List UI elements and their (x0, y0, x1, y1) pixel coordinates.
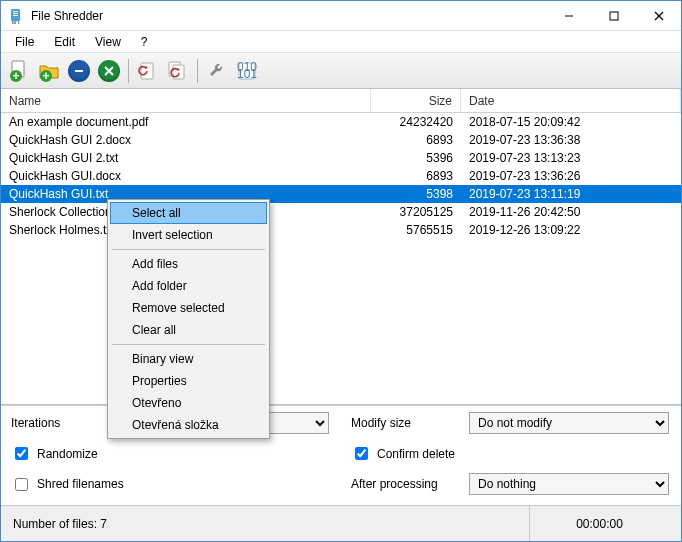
cell-size: 6893 (371, 169, 461, 183)
context-menu-item[interactable]: Properties (110, 370, 267, 392)
col-header-name[interactable]: Name (1, 89, 371, 112)
context-menu-item[interactable]: Invert selection (110, 224, 267, 246)
svg-rect-3 (13, 15, 18, 16)
app-icon (9, 8, 25, 24)
after-processing-combo[interactable]: Do nothing (469, 473, 669, 495)
cell-size: 5765515 (371, 223, 461, 237)
cell-name: QuickHash GUI.docx (1, 169, 371, 183)
cell-name: QuickHash GUI 2.txt (1, 151, 371, 165)
menu-q[interactable]: ? (131, 33, 158, 51)
svg-text:+: + (42, 69, 49, 83)
table-row[interactable]: QuickHash GUI.txt53982019-07-23 13:11:19 (1, 185, 681, 203)
binary-icon[interactable]: 010101 (233, 57, 261, 85)
cell-date: 2019-12-26 13:09:22 (461, 223, 681, 237)
window-title: File Shredder (31, 9, 546, 23)
remove-icon[interactable] (65, 57, 93, 85)
confirm-delete-label: Confirm delete (377, 447, 455, 461)
add-file-icon[interactable]: + (5, 57, 33, 85)
context-menu-separator (112, 344, 265, 345)
app-window: File Shredder FileEditView? ++010101 Nam… (0, 0, 682, 542)
iterations-label: Iterations (11, 416, 121, 430)
cell-size: 6893 (371, 133, 461, 147)
cell-date: 2019-07-23 13:36:38 (461, 133, 681, 147)
shred-filenames-checkbox[interactable] (15, 478, 28, 491)
confirm-delete-checkbox[interactable] (355, 447, 368, 460)
after-processing-label: After processing (351, 477, 461, 491)
context-menu-item[interactable]: Otevřená složka (110, 414, 267, 436)
menu-edit[interactable]: Edit (44, 33, 85, 51)
col-header-size[interactable]: Size (371, 89, 461, 112)
cell-name: An example document.pdf (1, 115, 371, 129)
modify-size-combo[interactable]: Do not modify (469, 412, 669, 434)
cell-size: 5396 (371, 151, 461, 165)
svg-text:+: + (12, 69, 19, 83)
context-menu-item[interactable]: Remove selected (110, 297, 267, 319)
table-row[interactable]: Sherlock Holmes.txt57655152019-12-26 13:… (1, 221, 681, 239)
menu-file[interactable]: File (5, 33, 44, 51)
toolbar-separator (197, 59, 198, 83)
context-menu-item[interactable]: Binary view (110, 348, 267, 370)
col-header-date[interactable]: Date (461, 89, 681, 112)
context-menu: Select allInvert selectionAdd filesAdd f… (107, 199, 270, 439)
maximize-button[interactable] (591, 1, 636, 30)
context-menu-item[interactable]: Otevřeno (110, 392, 267, 414)
shred-filenames-label: Shred filenames (37, 477, 124, 491)
context-menu-item[interactable]: Add files (110, 253, 267, 275)
cell-size: 5398 (371, 187, 461, 201)
randomize-checkbox[interactable] (15, 447, 28, 460)
table-row[interactable]: QuickHash GUI 2.txt53962019-07-23 13:13:… (1, 149, 681, 167)
svg-text:101: 101 (237, 67, 257, 81)
cell-size: 24232420 (371, 115, 461, 129)
context-menu-item[interactable]: Clear all (110, 319, 267, 341)
refresh-icon[interactable] (134, 57, 162, 85)
cell-date: 2019-11-26 20:42:50 (461, 205, 681, 219)
minimize-button[interactable] (546, 1, 591, 30)
file-table: Name Size Date An example document.pdf24… (1, 89, 681, 405)
randomize-label: Randomize (37, 447, 98, 461)
status-timer: 00:00:00 (529, 506, 669, 541)
close-button[interactable] (636, 1, 681, 30)
shred-icon[interactable] (95, 57, 123, 85)
cell-date: 2019-07-23 13:11:19 (461, 187, 681, 201)
cell-size: 37205125 (371, 205, 461, 219)
svg-rect-1 (13, 11, 18, 12)
menu-view[interactable]: View (85, 33, 131, 51)
wrench-icon[interactable] (203, 57, 231, 85)
table-header: Name Size Date (1, 89, 681, 113)
toolbar-separator (128, 59, 129, 83)
table-row[interactable]: An example document.pdf242324202018-07-1… (1, 113, 681, 131)
add-folder-icon[interactable]: + (35, 57, 63, 85)
context-menu-separator (112, 249, 265, 250)
toolbar: ++010101 (1, 53, 681, 89)
context-menu-item[interactable]: Select all (110, 202, 267, 224)
modify-size-label: Modify size (351, 416, 461, 430)
cell-date: 2019-07-23 13:13:23 (461, 151, 681, 165)
settings-panel: Iterations Modify size Do not modify Ran… (1, 405, 681, 505)
titlebar: File Shredder (1, 1, 681, 31)
table-row[interactable]: QuickHash GUI 2.docx68932019-07-23 13:36… (1, 131, 681, 149)
status-file-count: Number of files: 7 (13, 517, 529, 531)
statusbar: Number of files: 7 00:00:00 (1, 505, 681, 541)
cell-date: 2018-07-15 20:09:42 (461, 115, 681, 129)
cell-date: 2019-07-23 13:36:26 (461, 169, 681, 183)
menubar: FileEditView? (1, 31, 681, 53)
table-body[interactable]: An example document.pdf242324202018-07-1… (1, 113, 681, 404)
context-menu-item[interactable]: Add folder (110, 275, 267, 297)
cell-name: QuickHash GUI 2.docx (1, 133, 371, 147)
table-row[interactable]: Sherlock Collection.txt372051252019-11-2… (1, 203, 681, 221)
svg-rect-5 (610, 12, 618, 20)
table-row[interactable]: QuickHash GUI.docx68932019-07-23 13:36:2… (1, 167, 681, 185)
svg-rect-2 (13, 13, 18, 14)
refresh-all-icon[interactable] (164, 57, 192, 85)
